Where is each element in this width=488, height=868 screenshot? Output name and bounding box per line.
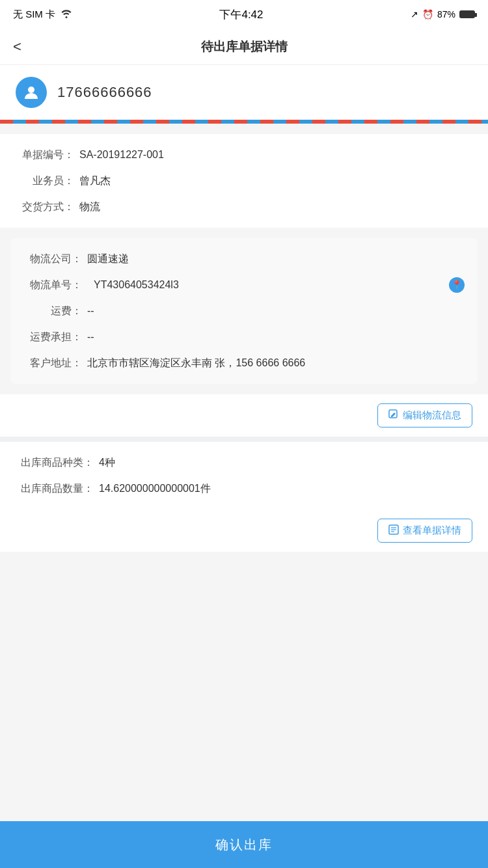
empty-space <box>0 552 488 682</box>
goods-summary-section: 出库商品种类： 4种 出库商品数量： 14.620000000000001件 <box>0 442 488 509</box>
confirm-bar[interactable]: 确认出库 <box>0 821 488 868</box>
order-info-section: 单据编号： SA-20191227-001 业务员： 曾凡杰 交货方式： 物流 <box>0 134 488 228</box>
status-left: 无 SIM 卡 <box>13 8 72 21</box>
sales-person-value: 曾凡杰 <box>79 173 472 189</box>
freight-bearer-value: -- <box>87 329 465 345</box>
freight-row: 运费： -- <box>23 303 465 319</box>
location-status-icon: ↗ <box>411 9 418 20</box>
address-value: 北京市市辖区海淀区永丰南 张，156 6666 6666 <box>87 355 465 371</box>
view-detail-container: 查看单据详情 <box>0 509 488 552</box>
status-right: ↗ ⏰ 87% <box>411 9 475 20</box>
goods-types-label: 出库商品种类： <box>16 455 94 470</box>
goods-types-row: 出库商品种类： 4种 <box>16 455 472 470</box>
goods-quantity-value: 14.620000000000001件 <box>99 481 472 496</box>
edit-icon <box>388 409 399 422</box>
wifi-icon <box>61 9 72 20</box>
tracking-no-value: YT43064053424l3 <box>94 277 442 293</box>
battery-icon <box>459 10 475 18</box>
sales-person-label: 业务员： <box>16 173 74 189</box>
battery-label: 87% <box>437 9 455 20</box>
dashed-separator <box>0 120 488 124</box>
page-title: 待出库单据详情 <box>201 38 288 55</box>
logistics-company-value: 圆通速递 <box>87 251 465 267</box>
address-label: 客户地址： <box>23 355 82 371</box>
freight-value: -- <box>87 303 465 319</box>
logistics-section: 物流公司： 圆通速递 物流单号： YT43064053424l3 运费： -- … <box>10 238 478 384</box>
svg-point-0 <box>28 87 34 93</box>
back-button[interactable]: < <box>13 38 21 55</box>
tracking-no-row: 物流单号： YT43064053424l3 <box>23 277 465 293</box>
freight-bearer-label: 运费承担： <box>23 329 82 345</box>
view-detail-button[interactable]: 查看单据详情 <box>377 519 472 543</box>
confirm-button-label: 确认出库 <box>215 836 273 854</box>
goods-quantity-label: 出库商品数量： <box>16 481 94 496</box>
tracking-location-icon[interactable] <box>449 277 465 293</box>
alarm-icon: ⏰ <box>422 9 433 20</box>
delivery-method-label: 交货方式： <box>16 199 74 215</box>
view-detail-label: 查看单据详情 <box>403 524 461 537</box>
goods-quantity-row: 出库商品数量： 14.620000000000001件 <box>16 481 472 496</box>
list-icon <box>388 524 399 537</box>
carrier-label: 无 SIM 卡 <box>13 8 55 21</box>
content-area: 17666666666 单据编号： SA-20191227-001 业务员： 曾… <box>0 65 488 747</box>
delivery-method-value: 物流 <box>79 199 472 215</box>
freight-label: 运费： <box>23 303 82 319</box>
nav-bar: < 待出库单据详情 <box>0 29 488 65</box>
order-no-label: 单据编号： <box>16 147 74 163</box>
customer-header: 17666666666 <box>0 65 488 120</box>
status-bar: 无 SIM 卡 下午4:42 ↗ ⏰ 87% <box>0 0 488 29</box>
sales-person-row: 业务员： 曾凡杰 <box>16 173 472 189</box>
section-divider <box>0 437 488 442</box>
address-row: 客户地址： 北京市市辖区海淀区永丰南 张，156 6666 6666 <box>23 355 465 371</box>
order-no-row: 单据编号： SA-20191227-001 <box>16 147 472 163</box>
freight-bearer-row: 运费承担： -- <box>23 329 465 345</box>
edit-logistics-container: 编辑物流信息 <box>0 394 488 437</box>
edit-logistics-label: 编辑物流信息 <box>403 409 461 422</box>
status-time: 下午4:42 <box>219 7 263 22</box>
customer-phone: 17666666666 <box>57 84 152 101</box>
goods-types-value: 4种 <box>99 455 472 470</box>
tracking-no-label: 物流单号： <box>23 277 82 293</box>
edit-logistics-button[interactable]: 编辑物流信息 <box>377 403 472 427</box>
logistics-company-label: 物流公司： <box>23 251 82 267</box>
logistics-company-row: 物流公司： 圆通速递 <box>23 251 465 267</box>
avatar <box>16 77 47 108</box>
delivery-method-row: 交货方式： 物流 <box>16 199 472 215</box>
order-no-value: SA-20191227-001 <box>79 147 472 163</box>
